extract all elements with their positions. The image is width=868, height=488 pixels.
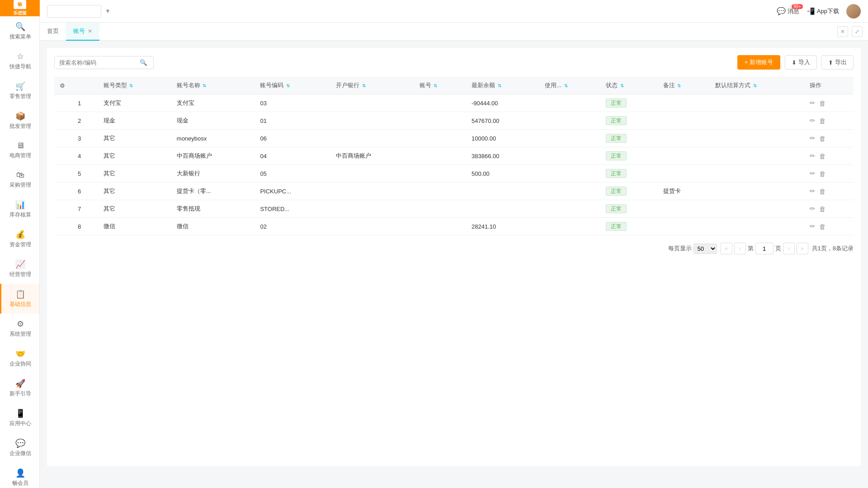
edit-icon[interactable]: ✏ <box>810 205 816 213</box>
header-search-input[interactable] <box>47 5 101 18</box>
delete-icon[interactable]: 🗑 <box>819 223 826 230</box>
ecommerce-icon: 🖥 <box>16 141 24 150</box>
col-usage[interactable]: 使用... ⇅ <box>539 77 600 94</box>
sidebar-item-basic[interactable]: 📋 基础信息 <box>0 284 39 314</box>
message-button[interactable]: 💬 消息 99+ <box>777 7 799 15</box>
sidebar-item-guide[interactable]: 🚀 新手引导 <box>0 373 39 403</box>
tab-expand-action[interactable]: ⤢ <box>852 26 863 37</box>
table-row: 2 现金 现金 01 547670.00 正常 ✏ 🗑 <box>54 112 854 130</box>
page-size-selector: 每页显示 50 10 20 100 <box>668 244 717 254</box>
delete-icon[interactable]: 🗑 <box>819 135 826 142</box>
col-status[interactable]: 状态 ⇅ <box>600 77 658 94</box>
cell-usage <box>539 218 600 235</box>
delete-icon[interactable]: 🗑 <box>819 99 826 107</box>
header-search-area: ▼ <box>47 5 111 18</box>
col-balance[interactable]: 最新余额 ⇅ <box>466 77 539 94</box>
page-size-label: 每页显示 <box>668 244 692 253</box>
col-code-sort[interactable]: ⇅ <box>286 83 290 88</box>
cell-code: PICKUPC... <box>255 183 330 200</box>
header-dropdown-icon[interactable]: ▼ <box>105 8 111 14</box>
import-icon: ⬇ <box>792 59 797 66</box>
sidebar-item-retail[interactable]: 🛒 零售管理 <box>0 76 39 106</box>
col-usage-sort[interactable]: ⇅ <box>564 83 568 88</box>
col-bank-sort[interactable]: ⇅ <box>362 83 366 88</box>
cell-num: 3 <box>72 130 98 147</box>
add-account-button[interactable]: + 新增账号 <box>737 55 780 70</box>
last-page-button[interactable]: » <box>797 243 808 254</box>
app-download-button[interactable]: 📲 App下载 <box>807 7 839 15</box>
sidebar-item-ecommerce[interactable]: 🖥 电商管理 <box>0 136 39 165</box>
tab-close-icon[interactable]: ✕ <box>88 28 92 34</box>
sidebar-item-operations[interactable]: 📈 经营管理 <box>0 254 39 284</box>
col-notes-sort[interactable]: ⇅ <box>677 83 681 88</box>
delete-icon[interactable]: 🗑 <box>819 188 826 195</box>
col-type[interactable]: 账号类型 ⇅ <box>98 77 171 94</box>
user-avatar[interactable] <box>846 4 861 19</box>
edit-icon[interactable]: ✏ <box>810 222 816 230</box>
col-code[interactable]: 账号编码 ⇅ <box>255 77 330 94</box>
col-settings[interactable]: ⚙ <box>54 77 72 94</box>
sidebar-item-wholesale[interactable]: 📦 批发管理 <box>0 106 39 136</box>
tab-home[interactable]: 首页 <box>40 23 66 41</box>
sidebar-item-appcenter[interactable]: 📱 应用中心 <box>0 403 39 433</box>
cell-status: 正常 <box>600 183 658 200</box>
tab-close-action[interactable]: ✕ <box>837 26 848 37</box>
first-page-button[interactable]: « <box>721 243 732 254</box>
sidebar-item-purchase[interactable]: 🛍 采购管理 <box>0 165 39 194</box>
export-button[interactable]: ⬆ 导出 <box>821 55 854 70</box>
col-balance-label: 最新余额 <box>472 82 495 89</box>
cell-bank: 中百商场账户 <box>330 147 414 165</box>
edit-icon[interactable]: ✏ <box>810 169 816 178</box>
shortcut-icon: ☆ <box>17 52 24 61</box>
tab-account[interactable]: 账号 ✕ <box>66 23 99 41</box>
sidebar-item-label: 系统管理 <box>9 330 31 338</box>
import-button[interactable]: ⬇ 导入 <box>785 55 817 70</box>
delete-icon[interactable]: 🗑 <box>819 170 826 178</box>
sidebar-item-search-menu[interactable]: 🔍 搜索菜单 <box>0 16 39 46</box>
col-name-sort[interactable]: ⇅ <box>203 83 206 88</box>
sidebar-item-system[interactable]: ⚙ 系统管理 <box>0 314 39 343</box>
search-input[interactable] <box>55 56 136 69</box>
col-type-sort[interactable]: ⇅ <box>129 83 133 88</box>
delete-icon[interactable]: 🗑 <box>819 205 826 213</box>
sidebar-item-inventory[interactable]: 📊 库存核算 <box>0 194 39 224</box>
cell-account <box>414 218 466 235</box>
next-page-button[interactable]: › <box>783 243 795 254</box>
tab-home-label: 首页 <box>47 27 59 35</box>
page-input[interactable] <box>755 243 774 254</box>
cell-default-payment <box>710 218 804 235</box>
page-size-select[interactable]: 50 10 20 100 <box>693 244 717 254</box>
cell-bank <box>330 183 414 200</box>
search-button[interactable]: 🔍 <box>136 56 151 69</box>
sidebar-item-member[interactable]: 👤 畅会员 <box>0 463 39 488</box>
col-account-label: 账号 <box>420 82 431 89</box>
edit-icon[interactable]: ✏ <box>810 152 816 160</box>
col-default-payment[interactable]: 默认结算方式 ⇅ <box>710 77 804 94</box>
col-account-sort[interactable]: ⇅ <box>434 83 437 88</box>
cell-code: 06 <box>255 130 330 147</box>
cell-num: 5 <box>72 165 98 183</box>
settings-gear-icon[interactable]: ⚙ <box>60 82 65 89</box>
delete-icon[interactable]: 🗑 <box>819 117 826 125</box>
col-name[interactable]: 账号名称 ⇅ <box>171 77 255 94</box>
col-status-sort[interactable]: ⇅ <box>620 83 624 88</box>
col-notes[interactable]: 备注 ⇅ <box>658 77 710 94</box>
sidebar-item-finance[interactable]: 💰 资金管理 <box>0 224 39 254</box>
edit-icon[interactable]: ✏ <box>810 134 816 142</box>
col-account[interactable]: 账号 ⇅ <box>414 77 466 94</box>
edit-icon[interactable]: ✏ <box>810 99 816 107</box>
sidebar-item-wechat[interactable]: 💬 企业微信 <box>0 433 39 463</box>
col-default-payment-sort[interactable]: ⇅ <box>753 83 757 88</box>
prev-page-button[interactable]: ‹ <box>734 243 746 254</box>
cell-usage <box>539 94 600 112</box>
edit-icon[interactable]: ✏ <box>810 187 816 195</box>
edit-icon[interactable]: ✏ <box>810 117 816 125</box>
sidebar-item-shortcut[interactable]: ☆ 快捷导航 <box>0 46 39 76</box>
cell-bank <box>330 112 414 130</box>
col-balance-sort[interactable]: ⇅ <box>498 83 501 88</box>
col-bank[interactable]: 开户银行 ⇅ <box>330 77 414 94</box>
cell-status: 正常 <box>600 165 658 183</box>
sidebar-item-agreement[interactable]: 🤝 企业协同 <box>0 343 39 373</box>
delete-icon[interactable]: 🗑 <box>819 152 826 160</box>
cell-settings <box>54 165 72 183</box>
